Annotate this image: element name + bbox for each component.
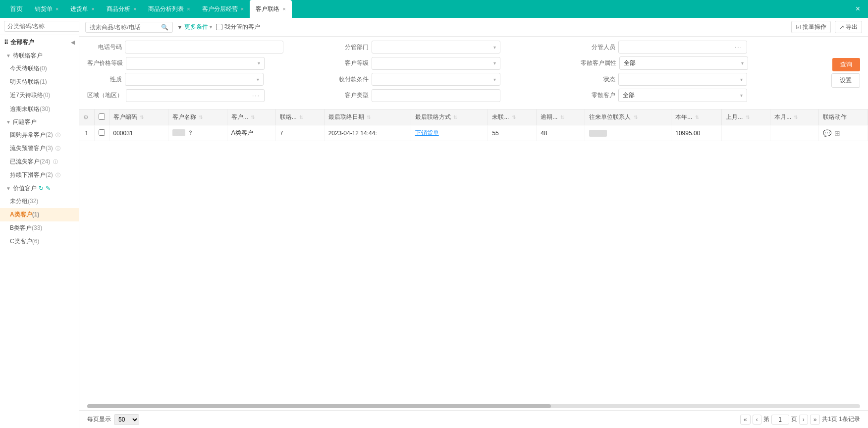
per-page-select[interactable]: 50 100 200 [114,414,139,425]
td-code: 000031 [109,125,168,141]
content-area: 🔍 ▼ 更多条件 ▾ 我分管的客户 ☑ 批量操作 ↗ 导出 [79,18,868,428]
customer-table: ⚙ 客户编码 ⇅ 客户名称 ⇅ [79,109,868,141]
sort-icon-last-month: ⇅ [746,114,750,120]
close-sales-tab[interactable]: × [55,6,58,12]
sort-icon-contact: ⇅ [299,114,303,120]
close-product-analysis-tab[interactable]: × [133,6,136,12]
sidebar-item-class-b[interactable]: B类客户(33) [0,221,79,235]
more-filters-button[interactable]: ▼ 更多条件 ▾ [177,23,212,31]
my-customers-checkbox[interactable] [216,24,222,30]
th-last-month[interactable]: 上月... ⇅ [722,109,770,125]
th-contacts-person[interactable]: 往来单位联系人 ⇅ [585,109,671,125]
filter-control-payment[interactable]: ▾ [372,73,500,86]
td-checkbox [94,125,109,141]
window-close-button[interactable]: × [852,4,864,13]
group-waiting-contact[interactable]: ▼ 待联络客户 [0,50,79,62]
th-year-amount[interactable]: 本年... ⇅ [671,109,722,125]
nav-customer-mgmt[interactable]: 客户分层经营 × [196,0,250,18]
filter-label-dept: 分管部门 [334,43,369,52]
query-button[interactable]: 查询 [832,58,860,71]
last-method-link[interactable]: 下销货单 [415,129,439,136]
collapse-icon: ◀ [71,40,75,45]
nav-product-analysis[interactable]: 商品分析 × [101,0,142,18]
sidebar-item-unclassified[interactable]: 未分组(32) [0,195,79,208]
close-customer-mgmt-tab[interactable]: × [241,6,244,12]
filter-control-retail-customer[interactable]: 全部▾ [618,89,747,102]
filter-control-region[interactable]: ··· [126,89,265,102]
filter-control-manager[interactable]: ··· [618,41,747,54]
row-checkbox[interactable] [99,129,105,136]
close-purchase-tab[interactable]: × [91,6,94,12]
sort-icon-last-date: ⇅ [367,114,371,120]
filter-control-price-level[interactable]: ▾ [126,57,265,70]
th-code[interactable]: 客户编码 ⇅ [109,109,168,125]
chat-action-icon[interactable]: 💬 [823,129,831,137]
nav-sales[interactable]: 销货单 × [29,0,64,18]
arrow-down-payment: ▾ [493,77,496,82]
td-overdue-days: 48 [537,125,585,141]
nav-purchase[interactable]: 进货单 × [64,0,100,18]
sidebar-item-overdue[interactable]: 逾期未联络(30) [0,103,79,116]
refresh-icon[interactable]: ↻ [39,185,44,192]
action-icons: 💬 ⊞ [823,129,864,137]
total-records-label: 共1页 1条记录 [822,415,860,424]
nav-product-list[interactable]: 商品分析列表 × [142,0,196,18]
td-year-amount: 10995.00 [671,125,722,141]
last-page-button[interactable]: » [810,415,820,425]
filter-cell-phone: 电话号码 [87,41,334,54]
scrollbar-track [87,404,860,408]
th-name[interactable]: 客户名称 ⇅ [168,109,227,125]
prev-page-button[interactable]: ‹ [753,415,761,425]
filter-control-dept[interactable]: ▾ [372,41,500,54]
th-overdue[interactable]: 逾期... ⇅ [537,109,585,125]
nav-home[interactable]: 首页 [4,0,29,18]
group-problem-customers[interactable]: ▼ 问题客户 [0,116,79,128]
sidebar-item-churn-warning[interactable]: 流失预警客户(3) ⓘ [0,142,79,155]
filter-row-2: 客户价格等级 ▾ 客户等级 ▾ 零散客户属性 [87,56,827,70]
sidebar-item-churned[interactable]: 已流失客户(24) ⓘ [0,155,79,168]
sidebar-item-class-a[interactable]: A类客户(1) [0,208,79,221]
next-page-button[interactable]: › [799,415,808,425]
nav-customer-contact[interactable]: 客户联络 × [250,0,291,18]
sidebar-item-repurchase-abnormal[interactable]: 回购异常客户(2) ⓘ [0,128,79,142]
edit-icon[interactable]: ✎ [46,185,51,192]
gear-icon[interactable]: ⚙ [83,114,89,121]
close-product-list-tab[interactable]: × [187,6,190,12]
filter-control-retail-attr[interactable]: 全部▾ [619,56,748,70]
scrollbar-thumb[interactable] [87,404,551,408]
sidebar-item-today[interactable]: 今天待联络(0) [0,62,79,75]
th-this-month[interactable]: 本月... ⇅ [770,109,819,125]
export-button[interactable]: ↗ 导出 [835,21,862,33]
th-last-method[interactable]: 最后联络方式 ⇅ [411,109,488,125]
filter-control-status[interactable]: ▾ [618,73,747,86]
contacts-blurred: RE . [589,130,606,137]
select-all-checkbox[interactable] [99,113,105,120]
filter-search-icon[interactable]: 🔍 [161,24,168,31]
all-customers-header[interactable]: ⠿ 全部客户 ◀ [0,35,79,50]
th-last-date[interactable]: 最后联络日期 ⇅ [324,109,411,125]
close-customer-contact-tab[interactable]: × [282,6,285,12]
th-no-days[interactable]: 未联... ⇅ [488,109,537,125]
batch-operations-button[interactable]: ☑ 批量操作 [791,21,831,33]
set-button[interactable]: 设置 [831,73,860,88]
th-level[interactable]: 客户... ⇅ [227,109,275,125]
filter-search-input[interactable] [90,24,159,31]
group-value-customers[interactable]: ▼ 价值客户 ↻ ✎ [0,182,79,195]
filter-control-phone[interactable] [125,41,283,54]
sidebar-item-declining[interactable]: 持续下滑客户(2) ⓘ [0,168,79,182]
filter-control-customer-type[interactable] [372,89,500,102]
dots-icon-manager: ··· [735,44,743,51]
filter-control-nature[interactable]: ▾ [125,73,264,86]
sidebar-item-tomorrow[interactable]: 明天待联络(1) [0,75,79,89]
td-contact-count: 7 [275,125,324,141]
grid-action-icon[interactable]: ⊞ [834,129,840,137]
first-page-button[interactable]: « [740,415,751,425]
sidebar-search-input[interactable] [4,21,79,32]
filter-label-phone: 电话号码 [87,43,122,52]
page-number-input[interactable] [771,415,789,425]
sidebar-item-class-c[interactable]: C类客户(6) [0,235,79,248]
filter-control-customer-level[interactable]: ▾ [372,57,500,70]
th-contact[interactable]: 联络... ⇅ [275,109,324,125]
sidebar-item-7days[interactable]: 近7天待联络(0) [0,89,79,102]
filter-label-region: 区域（地区） [87,91,123,100]
